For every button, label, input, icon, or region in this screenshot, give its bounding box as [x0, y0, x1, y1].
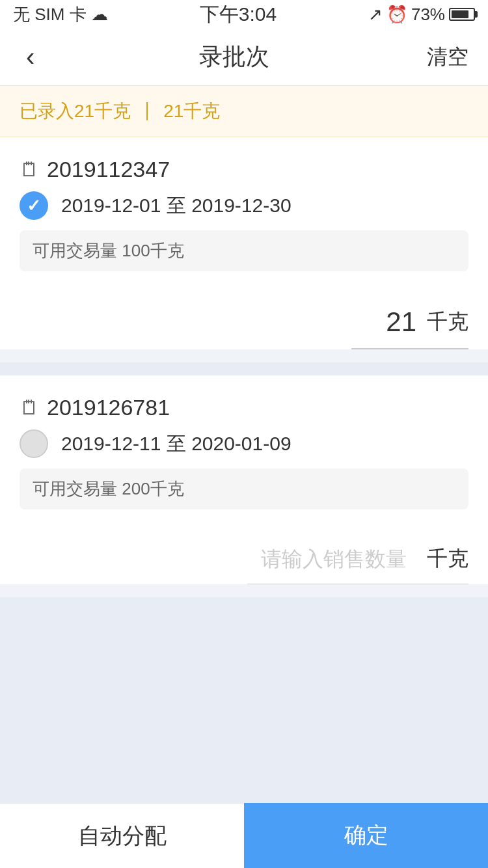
bottom-bar: 自动分配 确定	[0, 803, 488, 868]
batch1-header: 🗒 2019112347	[20, 157, 468, 182]
battery-icon	[449, 8, 475, 21]
batch2-availability: 可用交易量 200千克	[20, 468, 468, 509]
status-time: 下午3:04	[200, 1, 277, 28]
clear-button[interactable]: 清空	[427, 43, 468, 72]
batch1-quantity-row: 21 千克	[0, 291, 488, 348]
batch2-radio[interactable]	[20, 429, 48, 458]
nav-bar: ‹ 录批次 清空	[0, 29, 488, 86]
batch2-card: 🗒 2019126781 2019-12-11 至 2020-01-09 可用交…	[0, 375, 488, 584]
batch2-date-row: 2019-12-11 至 2020-01-09	[20, 429, 468, 458]
info-divider	[146, 102, 148, 120]
status-right: ↗ ⏰ 73%	[368, 5, 475, 25]
batch2-header: 🗒 2019126781	[20, 395, 468, 420]
info-banner: 已录入21千克 21千克	[0, 86, 488, 137]
recorded-value: 21千克	[163, 99, 220, 124]
batch1-availability: 可用交易量 100千克	[20, 230, 468, 271]
location-icon: ↗	[368, 5, 383, 25]
batch1-underline	[351, 348, 468, 349]
batch1-date: 2019-12-01 至 2019-12-30	[61, 193, 291, 219]
battery-percent: 73%	[411, 5, 445, 25]
batch2-quantity-input[interactable]	[221, 547, 416, 571]
batch2-icon: 🗒	[20, 397, 39, 419]
batch1-icon: 🗒	[20, 159, 39, 181]
batch2-underline	[247, 584, 468, 584]
batch1-card: 🗒 2019112347 ✓ 2019-12-01 至 2019-12-30 可…	[0, 137, 488, 349]
batch2-input-row: 千克	[0, 529, 488, 584]
status-left: 无 SIM 卡 ☁	[13, 3, 108, 26]
batch2-item: 🗒 2019126781 2019-12-11 至 2020-01-09 可用交…	[0, 375, 488, 529]
status-bar: 无 SIM 卡 ☁ 下午3:04 ↗ ⏰ 73%	[0, 0, 488, 29]
back-button[interactable]: ‹	[20, 36, 41, 78]
batch2-id: 2019126781	[47, 395, 170, 420]
batch2-unit: 千克	[427, 545, 468, 573]
recorded-label: 已录入21千克	[20, 99, 131, 124]
confirm-button[interactable]: 确定	[244, 803, 488, 868]
batch1-id: 2019112347	[47, 157, 170, 182]
batch1-item: 🗒 2019112347 ✓ 2019-12-01 至 2019-12-30 可…	[0, 137, 488, 291]
check-icon: ✓	[27, 196, 41, 216]
batch1-date-row: ✓ 2019-12-01 至 2019-12-30	[20, 191, 468, 220]
batch1-radio[interactable]: ✓	[20, 191, 48, 220]
auto-distribute-button[interactable]: 自动分配	[0, 803, 244, 868]
batch2-date: 2019-12-11 至 2020-01-09	[61, 431, 291, 457]
batch1-quantity-value: 21	[386, 306, 416, 338]
sim-status: 无 SIM 卡 ☁	[13, 3, 108, 26]
section-separator	[0, 362, 488, 375]
content-wrapper: 已录入21千克 21千克 🗒 2019112347 ✓ 2019-12-01 至…	[0, 86, 488, 868]
page-title: 录批次	[199, 41, 269, 73]
batch1-unit: 千克	[427, 308, 468, 336]
alarm-icon: ⏰	[386, 5, 407, 25]
